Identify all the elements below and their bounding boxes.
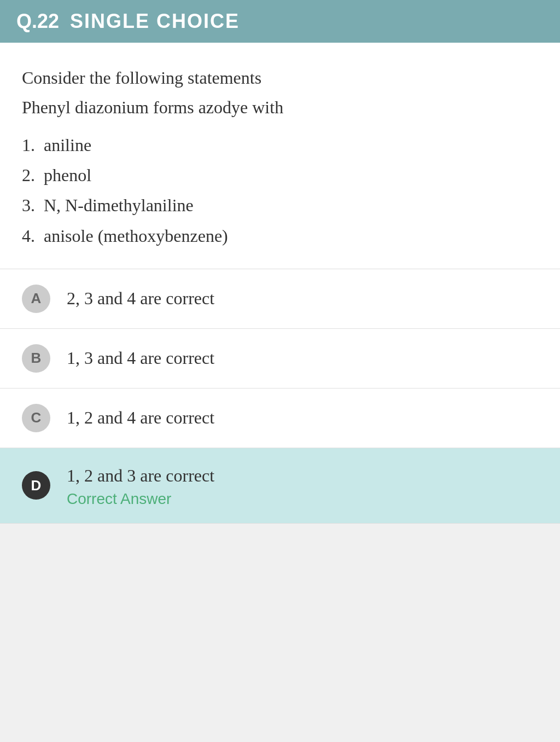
option-text-a: 2, 3 and 4 are correct [67,286,214,311]
question-intro: Consider the following statements [22,65,538,91]
question-type: SINGLE CHOICE [70,10,240,33]
option-content-a: 2, 3 and 4 are correct [67,286,214,311]
statement-number: 1. [22,131,38,159]
question-card: Q.22 SINGLE CHOICE Consider the followin… [0,0,560,524]
question-header: Q.22 SINGLE CHOICE [0,0,560,43]
statement-number: 4. [22,222,38,250]
correct-answer-label: Correct Answer [67,490,214,508]
option-badge-b: B [22,344,50,373]
option-badge-d: D [22,471,50,500]
option-text-c: 1, 2 and 4 are correct [67,405,214,430]
option-row-d[interactable]: D 1, 2 and 3 are correct Correct Answer [0,448,560,524]
question-number: Q.22 [16,10,59,33]
option-row-c[interactable]: C 1, 2 and 4 are correct [0,389,560,448]
options-container: A 2, 3 and 4 are correct B 1, 3 and 4 ar… [0,269,560,524]
option-content-d: 1, 2 and 3 are correct Correct Answer [67,463,214,508]
statement-item: 3. N, N-dimethylaniline [22,192,538,219]
question-subtitle: Phenyl diazonium forms azodye with [22,94,538,120]
option-row-a[interactable]: A 2, 3 and 4 are correct [0,269,560,329]
statement-item: 4. anisole (methoxybenzene) [22,222,538,250]
option-badge-c: C [22,404,50,432]
option-text-b: 1, 3 and 4 are correct [67,346,214,370]
option-content-c: 1, 2 and 4 are correct [67,405,214,430]
option-row-b[interactable]: B 1, 3 and 4 are correct [0,329,560,389]
option-badge-a: A [22,285,50,313]
statement-text: phenol [44,161,91,189]
statement-text: N, N-dimethylaniline [44,192,194,219]
question-body: Consider the following statements Phenyl… [0,43,560,269]
statement-number: 3. [22,192,38,219]
statement-item: 1. aniline [22,131,538,159]
option-content-b: 1, 3 and 4 are correct [67,346,214,370]
statement-number: 2. [22,161,38,189]
statement-text: anisole (methoxybenzene) [44,222,228,250]
statement-text: aniline [44,131,91,159]
statement-item: 2. phenol [22,161,538,189]
statement-list: 1. aniline 2. phenol 3. N, N-dimethylani… [22,131,538,250]
option-text-d: 1, 2 and 3 are correct [67,463,214,488]
